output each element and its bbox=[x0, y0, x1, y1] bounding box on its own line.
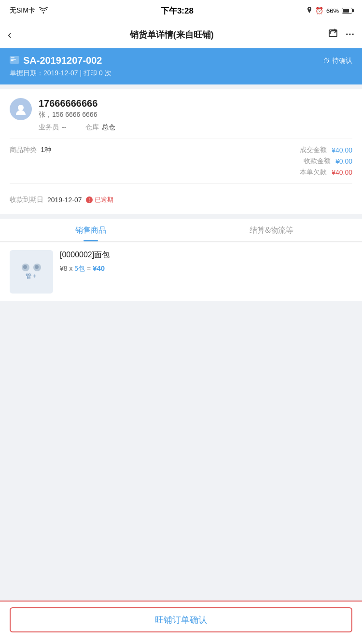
location-icon bbox=[306, 7, 312, 15]
tabs-container: 销售商品 结算&物流等 bbox=[0, 219, 362, 242]
order-date-line: 单据日期：2019-12-07 | 打印 0 次 bbox=[10, 69, 352, 78]
overdue-icon: ! bbox=[86, 196, 93, 203]
amount-row-0: 成交金额 ¥40.00 bbox=[300, 146, 352, 154]
product-price: ¥8 x bbox=[60, 265, 74, 272]
back-button[interactable]: ‹ bbox=[4, 24, 15, 45]
amount-value-1: ¥0.00 bbox=[335, 157, 352, 165]
product-list: 管+ [0000002]面包 ¥8 x 5包 = ¥40 bbox=[0, 242, 362, 301]
status-left: 无SIM卡 bbox=[10, 6, 48, 15]
avatar bbox=[10, 98, 32, 120]
price-equals: = bbox=[85, 265, 93, 272]
status-clock-icon: ⏱ bbox=[323, 57, 330, 65]
status-right: ⏰ 66% bbox=[306, 7, 352, 15]
stats-right: 成交金额 ¥40.00 收款金额 ¥0.00 本单欠款 ¥40.00 bbox=[300, 146, 352, 177]
amount-row-2: 本单欠款 ¥40.00 bbox=[300, 168, 352, 177]
divider-2 bbox=[10, 183, 352, 184]
salesperson-field: 业务员 -- bbox=[39, 123, 66, 132]
amount-label-1: 收款金额 bbox=[304, 157, 331, 166]
stats-row: 商品种类 1种 成交金额 ¥40.00 收款金额 ¥0.00 本单欠款 ¥40.… bbox=[10, 146, 352, 177]
product-types-label: 商品种类 bbox=[10, 146, 37, 154]
customer-name: 张，156 6666 6666 bbox=[39, 111, 352, 119]
product-price-row: ¥8 x 5包 = ¥40 bbox=[60, 264, 352, 273]
warehouse-field: 仓库 总仓 bbox=[85, 123, 115, 132]
customer-info: 17666666666 张，156 6666 6666 业务员 -- 仓库 总仓 bbox=[39, 98, 352, 132]
alarm-icon: ⏰ bbox=[315, 7, 323, 14]
wifi-icon bbox=[39, 7, 48, 15]
bottom-bar: 旺铺订单确认 bbox=[0, 601, 362, 644]
product-info: [0000002]面包 ¥8 x 5包 = ¥40 bbox=[60, 250, 352, 273]
svg-rect-2 bbox=[11, 57, 14, 58]
due-date-value: 2019-12-07 bbox=[47, 196, 82, 204]
battery-icon bbox=[342, 8, 352, 14]
carrier-label: 无SIM卡 bbox=[10, 6, 35, 15]
more-button[interactable]: ··· bbox=[346, 28, 354, 41]
product-types-value: 1种 bbox=[41, 146, 51, 154]
amount-value-2: ¥40.00 bbox=[332, 168, 352, 176]
customer-meta: 业务员 -- 仓库 总仓 bbox=[39, 123, 352, 132]
product-qty: 5包 bbox=[74, 265, 85, 272]
content-spacer bbox=[0, 301, 362, 359]
battery-percent: 66% bbox=[326, 7, 339, 14]
amount-row-1: 收款金额 ¥0.00 bbox=[304, 157, 352, 166]
overdue-badge: ! 已逾期 bbox=[86, 196, 113, 204]
nav-actions: ··· bbox=[328, 28, 354, 41]
list-item: 管+ [0000002]面包 ¥8 x 5包 = ¥40 bbox=[0, 242, 362, 301]
product-thumbnail: 管+ bbox=[10, 250, 53, 294]
time-display: 下午3:28 bbox=[161, 5, 194, 16]
order-status: ⏱ 待确认 bbox=[323, 56, 352, 65]
product-name: [0000002]面包 bbox=[60, 250, 352, 260]
owl-eyes-icon bbox=[22, 264, 41, 271]
tab-settlement[interactable]: 结算&物流等 bbox=[181, 219, 362, 241]
customer-phone: 17666666666 bbox=[39, 98, 352, 109]
due-date-row: 收款到期日 2019-12-07 ! 已逾期 bbox=[10, 191, 352, 205]
page-title: 销货单详情(来自旺铺) bbox=[130, 29, 214, 41]
amount-label-0: 成交金额 bbox=[300, 146, 327, 154]
tab-sales[interactable]: 销售商品 bbox=[0, 219, 181, 241]
confirm-order-button[interactable]: 旺铺订单确认 bbox=[10, 607, 352, 632]
overdue-text: 已逾期 bbox=[95, 196, 113, 204]
stats-left: 商品种类 1种 bbox=[10, 146, 300, 154]
customer-card: 17666666666 张，156 6666 6666 业务员 -- 仓库 总仓… bbox=[0, 89, 362, 214]
product-types-item: 商品种类 1种 bbox=[10, 146, 300, 154]
nav-bar: ‹ 销货单详情(来自旺铺) ··· bbox=[0, 21, 362, 48]
svg-rect-4 bbox=[11, 60, 14, 61]
svg-point-5 bbox=[18, 105, 24, 111]
share-button[interactable] bbox=[328, 28, 338, 41]
order-header-icon bbox=[10, 55, 19, 66]
svg-rect-1 bbox=[10, 56, 19, 64]
svg-rect-3 bbox=[11, 59, 16, 60]
due-date-label: 收款到期日 bbox=[10, 196, 43, 204]
order-header: SA-20191207-002 ⏱ 待确认 单据日期：2019-12-07 | … bbox=[0, 48, 362, 84]
amount-value-0: ¥40.00 bbox=[332, 146, 352, 154]
divider-1 bbox=[10, 139, 352, 139]
product-total: ¥40 bbox=[93, 264, 105, 272]
status-bar: 无SIM卡 下午3:28 ⏰ 66% bbox=[0, 0, 362, 21]
order-id: SA-20191207-002 bbox=[10, 55, 102, 66]
amount-label-2: 本单欠款 bbox=[300, 168, 327, 177]
